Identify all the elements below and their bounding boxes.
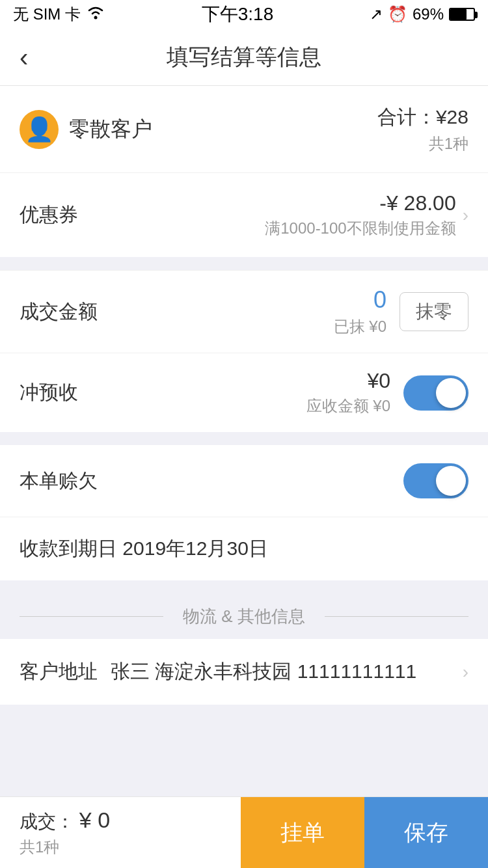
coupon-right: -¥ 28.00 满1000-100不限制使用金额 › <box>265 191 468 239</box>
battery-percent: 69% <box>413 5 444 23</box>
divider-line-right <box>325 616 468 617</box>
customer-info: 👤 零散客户 <box>20 110 152 149</box>
transaction-right: 0 已抹 ¥0 抹零 <box>334 286 468 337</box>
hold-button-label: 挂单 <box>280 818 325 848</box>
page-title: 填写结算等信息 <box>167 42 321 72</box>
coupon-value-block: -¥ 28.00 满1000-100不限制使用金额 <box>265 191 455 239</box>
due-date-text: 收款到期日 2019年12月30日 <box>20 537 268 559</box>
transaction-label: 成交金额 <box>20 299 98 325</box>
bottom-count: 共1种 <box>20 837 221 858</box>
prepayment-row: 冲预收 ¥0 应收金额 ¥0 <box>0 353 488 432</box>
address-value: 张三 海淀永丰科技园 11111111111 <box>111 658 463 685</box>
round-zero-button[interactable]: 抹零 <box>400 292 468 331</box>
bottom-bar: 成交： ¥ 0 共1种 挂单 保存 <box>0 796 488 868</box>
chevron-right-icon: › <box>463 205 468 226</box>
customer-row: 👤 零散客户 合计：¥28 共1种 <box>0 86 488 172</box>
toggle-knob <box>436 378 466 408</box>
wifi-icon <box>86 5 105 23</box>
transaction-sub: 已抹 ¥0 <box>334 316 386 337</box>
transaction-amount-row: 成交金额 0 已抹 ¥0 抹零 <box>0 270 488 353</box>
total-amount: 合计：¥28 <box>377 104 468 131</box>
logistics-label: 物流 & 其他信息 <box>183 605 305 628</box>
bottom-deal-amount: ¥ 0 <box>79 807 110 832</box>
prepayment-right: ¥0 应收金额 ¥0 <box>306 369 468 416</box>
status-left: 无 SIM 卡 <box>13 4 105 25</box>
gap-3 <box>0 580 488 593</box>
nav-bar: ‹ 填写结算等信息 <box>0 29 488 86</box>
svg-point-0 <box>94 16 98 20</box>
hold-button[interactable]: 挂单 <box>241 797 364 869</box>
bottom-summary: 成交： ¥ 0 共1种 <box>0 807 241 858</box>
debt-toggle[interactable] <box>403 463 468 498</box>
debt-row: 本单赊欠 <box>0 445 488 517</box>
prepayment-amount: ¥0 <box>306 369 390 393</box>
back-button[interactable]: ‹ <box>20 44 28 70</box>
gap-1 <box>0 257 488 270</box>
address-label: 客户地址 <box>20 658 98 685</box>
coupon-discount: -¥ 28.00 <box>265 191 455 215</box>
amount-block: 0 已抹 ¥0 <box>334 286 386 337</box>
debt-label: 本单赊欠 <box>20 468 98 495</box>
debt-toggle-knob <box>436 466 466 496</box>
transaction-value: 0 <box>334 286 386 314</box>
avatar-icon: 👤 <box>25 116 54 143</box>
alarm-icon: ⏰ <box>388 5 407 23</box>
status-time: 下午3:18 <box>202 2 274 27</box>
status-bar: 无 SIM 卡 下午3:18 ↗ ⏰ 69% <box>0 0 488 29</box>
status-right: ↗ ⏰ 69% <box>370 5 475 23</box>
address-section: 客户地址 张三 海淀永丰科技园 11111111111 › <box>0 639 488 705</box>
prepayment-label: 冲预收 <box>20 379 78 406</box>
battery-icon <box>449 8 475 21</box>
debt-section: 本单赊欠 收款到期日 2019年12月30日 <box>0 445 488 580</box>
save-button[interactable]: 保存 <box>364 797 488 869</box>
logistics-divider: 物流 & 其他信息 <box>0 593 488 639</box>
customer-total: 合计：¥28 共1种 <box>377 104 468 154</box>
location-icon: ↗ <box>370 5 383 23</box>
save-button-label: 保存 <box>404 818 448 848</box>
customer-name: 零散客户 <box>69 115 152 144</box>
address-row[interactable]: 客户地址 张三 海淀永丰科技园 11111111111 › <box>0 639 488 705</box>
prepayment-toggle[interactable] <box>403 375 468 411</box>
total-count: 共1种 <box>377 133 468 154</box>
coupon-row[interactable]: 优惠券 -¥ 28.00 满1000-100不限制使用金额 › <box>0 172 488 257</box>
due-date-row: 收款到期日 2019年12月30日 <box>0 517 488 580</box>
sim-text: 无 SIM 卡 <box>13 4 81 25</box>
avatar: 👤 <box>20 110 59 149</box>
bottom-deal-row: 成交： ¥ 0 <box>20 807 221 834</box>
transaction-section: 成交金额 0 已抹 ¥0 抹零 冲预收 ¥0 应收金额 ¥0 <box>0 270 488 432</box>
gap-2 <box>0 432 488 445</box>
coupon-description: 满1000-100不限制使用金额 <box>265 218 455 239</box>
address-chevron-icon: › <box>463 662 468 683</box>
prepayment-amount-block: ¥0 应收金额 ¥0 <box>306 369 390 416</box>
prepayment-sub: 应收金额 ¥0 <box>306 396 390 416</box>
coupon-label: 优惠券 <box>20 202 78 228</box>
customer-section: 👤 零散客户 合计：¥28 共1种 优惠券 -¥ 28.00 满1000-100… <box>0 86 488 257</box>
bottom-deal-label: 成交： <box>20 811 74 832</box>
divider-line-left <box>20 616 163 617</box>
